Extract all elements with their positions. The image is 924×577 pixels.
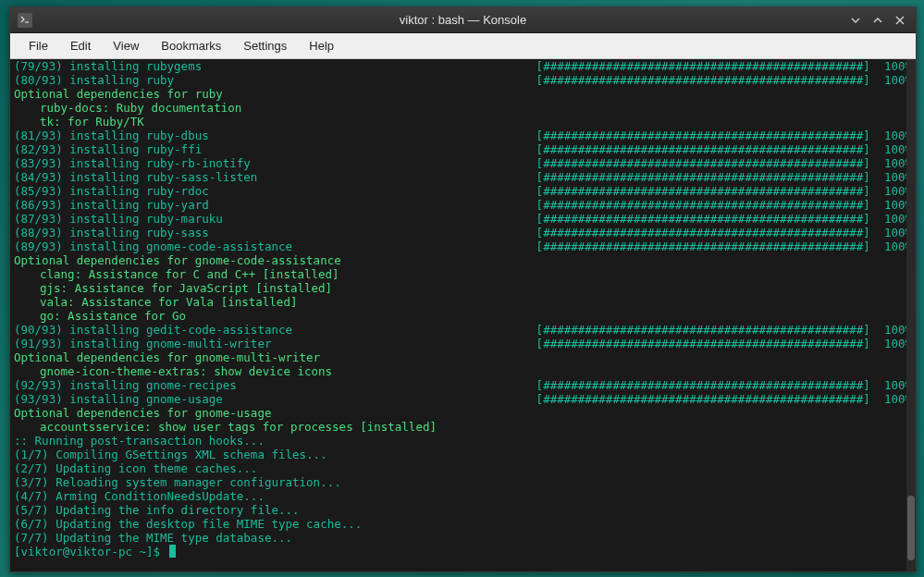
install-line: (93/93) installing gnome-usage[#########… — [14, 392, 912, 406]
install-text: (91/93) installing gnome-multi-writer — [14, 337, 271, 350]
optional-dep: go: Assistance for Go — [14, 309, 912, 323]
optional-deps-header: Optional dependencies for gnome-multi-wr… — [14, 350, 912, 364]
install-text: (93/93) installing gnome-usage — [14, 392, 223, 406]
install-line: (91/93) installing gnome-multi-writer[##… — [14, 337, 912, 350]
progress: [#######################################… — [536, 156, 912, 170]
install-line: (88/93) installing ruby-sass[###########… — [14, 226, 912, 239]
install-line: (80/93) installing ruby[################… — [14, 73, 912, 87]
install-text: (86/93) installing ruby-yard — [14, 198, 209, 212]
install-line: (86/93) installing ruby-yard[###########… — [14, 198, 912, 212]
prompt-line[interactable]: [viktor@viktor-pc ~]$ — [14, 545, 912, 559]
install-line: (83/93) installing ruby-rb-inotify[#####… — [14, 156, 912, 170]
progress: [#######################################… — [536, 142, 912, 156]
progress: [#######################################… — [536, 392, 912, 406]
hook-line: (1/7) Compiling GSettings XML schema fil… — [14, 448, 912, 461]
maximize-button[interactable] — [868, 11, 888, 30]
progress: [#######################################… — [536, 226, 912, 239]
progress: [#######################################… — [536, 170, 912, 184]
konsole-icon — [18, 13, 32, 28]
menubar: File Edit View Bookmarks Settings Help — [10, 33, 916, 59]
close-button[interactable] — [890, 11, 910, 30]
menu-file[interactable]: File — [18, 35, 59, 56]
install-text: (92/93) installing gnome-recipes — [14, 378, 237, 392]
cursor — [169, 545, 176, 558]
install-text: (89/93) installing gnome-code-assistance — [14, 239, 292, 253]
optional-dep: accountsservice: show user tags for proc… — [14, 420, 912, 434]
install-line: (87/93) installing ruby-maruku[#########… — [14, 212, 912, 226]
hooks-header: :: Running post-transaction hooks... — [14, 434, 912, 448]
install-text: (82/93) installing ruby-ffi — [14, 142, 202, 156]
terminal[interactable]: (79/93) installing rubygems[############… — [10, 59, 916, 571]
progress: [#######################################… — [536, 198, 912, 212]
konsole-window: viktor : bash — Konsole File Edit View B… — [9, 6, 917, 572]
install-text: (83/93) installing ruby-rb-inotify — [14, 156, 251, 170]
progress: [#######################################… — [536, 239, 912, 253]
install-text: (87/93) installing ruby-maruku — [14, 212, 223, 226]
progress: [#######################################… — [536, 129, 912, 142]
hook-line: (6/7) Updating the desktop file MIME typ… — [14, 517, 912, 531]
install-line: (82/93) installing ruby-ffi[############… — [14, 142, 912, 156]
optional-dep: tk: for Ruby/TK — [14, 115, 912, 129]
window-controls — [845, 11, 916, 30]
hook-line: (4/7) Arming ConditionNeedsUpdate... — [14, 489, 912, 503]
titlebar[interactable]: viktor : bash — Konsole — [10, 7, 916, 33]
install-line: (90/93) installing gedit-code-assistance… — [14, 323, 912, 337]
menu-settings[interactable]: Settings — [232, 35, 298, 56]
install-text: (85/93) installing ruby-rdoc — [14, 184, 209, 198]
hook-line: (2/7) Updating icon theme caches... — [14, 461, 912, 475]
install-line: (81/93) installing ruby-dbus[###########… — [14, 129, 912, 142]
terminal-content: (79/93) installing rubygems[############… — [10, 59, 916, 559]
progress: [#######################################… — [536, 378, 912, 392]
hook-line: (7/7) Updating the MIME type database... — [14, 531, 912, 545]
optional-dep: ruby-docs: Ruby documentation — [14, 101, 912, 115]
optional-dep: gnome-icon-theme-extras: show device ico… — [14, 364, 912, 378]
progress: [#######################################… — [536, 323, 912, 337]
menu-help[interactable]: Help — [298, 35, 345, 56]
install-line: (85/93) installing ruby-rdoc[###########… — [14, 184, 912, 198]
install-text: (90/93) installing gedit-code-assistance — [14, 323, 292, 337]
progress: [#######################################… — [536, 59, 912, 73]
install-line: (79/93) installing rubygems[############… — [14, 59, 912, 73]
optional-dep: vala: Assistance for Vala [installed] — [14, 295, 912, 309]
progress: [#######################################… — [536, 212, 912, 226]
optional-deps-header: Optional dependencies for gnome-usage — [14, 406, 912, 420]
window-title: viktor : bash — Konsole — [10, 13, 916, 27]
progress: [#######################################… — [536, 73, 912, 87]
menu-edit[interactable]: Edit — [59, 35, 102, 56]
scrollbar[interactable] — [906, 59, 916, 571]
install-line: (84/93) installing ruby-sass-listen[####… — [14, 170, 912, 184]
install-line: (92/93) installing gnome-recipes[#######… — [14, 378, 912, 392]
install-text: (81/93) installing ruby-dbus — [14, 129, 209, 142]
install-text: (88/93) installing ruby-sass — [14, 226, 209, 239]
menu-bookmarks[interactable]: Bookmarks — [150, 35, 232, 56]
optional-dep: gjs: Assistance for JavaScript [installe… — [14, 281, 912, 295]
prompt: [viktor@viktor-pc ~]$ — [14, 545, 167, 559]
progress: [#######################################… — [536, 184, 912, 198]
hook-line: (3/7) Reloading system manager configura… — [14, 475, 912, 489]
install-text: (80/93) installing ruby — [14, 73, 174, 87]
install-text: (84/93) installing ruby-sass-listen — [14, 170, 257, 184]
progress: [#######################################… — [536, 337, 912, 350]
minimize-button[interactable] — [845, 11, 866, 30]
optional-dep: clang: Assistance for C and C++ [install… — [14, 267, 912, 281]
install-line: (89/93) installing gnome-code-assistance… — [14, 239, 912, 253]
optional-deps-header: Optional dependencies for ruby — [14, 87, 912, 101]
install-text: (79/93) installing rubygems — [14, 59, 202, 73]
hook-line: (5/7) Updating the info directory file..… — [14, 503, 912, 517]
scrollbar-thumb[interactable] — [907, 496, 915, 560]
menu-view[interactable]: View — [102, 35, 150, 56]
optional-deps-header: Optional dependencies for gnome-code-ass… — [14, 253, 912, 267]
